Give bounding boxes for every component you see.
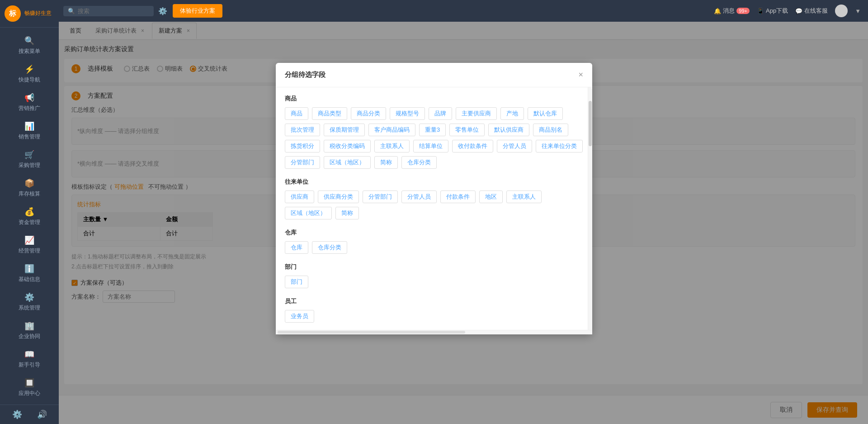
sidebar-label-sales: 销售管理 <box>19 133 40 141</box>
field-tag[interactable]: 主联系人 <box>506 191 542 203</box>
field-tag[interactable]: 区域（地区） <box>285 207 332 219</box>
sidebar-item-shortcut[interactable]: ⚡快捷导航 <box>0 60 59 88</box>
field-tag[interactable]: 主要供应商 <box>456 107 497 120</box>
section-partner: 往来单位 供应商供应商分类分管部门分管人员付款条件地区主联系人区域（地区）简称 <box>285 178 583 219</box>
section-goods: 商品 商品商品类型商品分类规格型号品牌主要供应商产地默认仓库批次管理保质期管理客… <box>285 95 583 169</box>
field-tag[interactable]: 商品别名 <box>533 124 568 136</box>
field-tag[interactable]: 供应商分类 <box>318 191 359 203</box>
gear-icon[interactable]: ⚙️ <box>158 7 167 15</box>
field-tag[interactable]: 拣货积分 <box>285 140 320 152</box>
modal-hscroll-thumb <box>278 331 465 333</box>
sidebar-icon-guide: 📖 <box>24 349 34 359</box>
sidebar-item-system[interactable]: ⚙️系统管理 <box>0 288 59 316</box>
field-tag[interactable]: 规格型号 <box>390 107 425 120</box>
field-tag[interactable]: 税收分类编码 <box>324 140 371 152</box>
avatar[interactable] <box>835 5 848 17</box>
sidebar-icon-inventory: 📦 <box>24 178 34 188</box>
modal-header: 分组待选字段 × <box>276 63 592 87</box>
field-tag[interactable]: 地区 <box>479 191 503 203</box>
sidebar-item-operation[interactable]: 📈经营管理 <box>0 231 59 259</box>
field-tag[interactable]: 商品分类 <box>351 107 386 120</box>
field-tag[interactable]: 默认供应商 <box>488 124 529 136</box>
sidebar-label-guide: 新手引导 <box>19 361 40 369</box>
field-tag[interactable]: 仓库分类 <box>312 241 347 254</box>
sidebar-icon-marketing: 📢 <box>24 93 34 103</box>
field-grid-partner: 供应商供应商分类分管部门分管人员付款条件地区主联系人区域（地区）简称 <box>285 191 583 219</box>
sidebar-nav: 🔍搜索菜单⚡快捷导航📢营销推广📊销售管理🛒采购管理📦库存核算💰资金管理📈经营管理… <box>0 28 59 405</box>
sidebar-label-app-center: 应用中心 <box>19 390 40 397</box>
field-tag[interactable]: 产地 <box>500 107 524 120</box>
sidebar-item-guide[interactable]: 📖新手引导 <box>0 345 59 373</box>
field-tag[interactable]: 仓库分类 <box>401 156 437 169</box>
field-tag[interactable]: 商品 <box>285 107 308 120</box>
sidebar-item-enterprise[interactable]: 🏢企业协同 <box>0 316 59 345</box>
section-dept: 部门 部门 <box>285 263 583 288</box>
search-box[interactable]: 🔍 <box>63 6 154 16</box>
sidebar-icon-basic: ℹ️ <box>24 264 34 274</box>
field-tag[interactable]: 重量3 <box>419 124 446 136</box>
sidebar-item-app-center[interactable]: 🔲应用中心 <box>0 373 59 402</box>
sidebar-item-basic[interactable]: ℹ️基础信息 <box>0 259 59 288</box>
section-title-staff: 员工 <box>285 297 583 305</box>
sidebar-icon-enterprise: 🏢 <box>24 321 34 331</box>
logo-text: 畅赚好生意 <box>24 10 52 17</box>
sidebar-icon-app-center: 🔲 <box>24 378 34 388</box>
modal-body: 商品 商品商品类型商品分类规格型号品牌主要供应商产地默认仓库批次管理保质期管理客… <box>276 87 592 330</box>
section-warehouse: 仓库 仓库仓库分类 <box>285 229 583 254</box>
field-tag[interactable]: 仓库 <box>285 241 308 254</box>
modal-horizontal-scrollbar[interactable] <box>276 330 592 334</box>
settings-icon[interactable]: ⚙️ <box>12 410 22 419</box>
modal-vertical-scrollbar[interactable] <box>588 87 592 330</box>
field-tag[interactable]: 商品类型 <box>312 107 347 120</box>
sidebar-item-inventory[interactable]: 📦库存核算 <box>0 174 59 202</box>
field-grid-warehouse: 仓库仓库分类 <box>285 241 583 254</box>
section-staff: 员工 业务员 <box>285 297 583 323</box>
field-tag[interactable]: 付款条件 <box>440 191 476 203</box>
search-input[interactable] <box>78 8 141 14</box>
field-tag[interactable]: 品牌 <box>429 107 452 120</box>
field-tag[interactable]: 结算单位 <box>413 140 448 152</box>
field-tag[interactable]: 区域（地区） <box>324 156 371 169</box>
field-tag[interactable]: 业务员 <box>285 310 314 323</box>
field-tag[interactable]: 分管人员 <box>497 140 532 152</box>
sidebar-label-marketing: 营销推广 <box>19 105 40 112</box>
sidebar-item-finance[interactable]: 💰资金管理 <box>0 202 59 231</box>
sidebar-icon-purchase: 🛒 <box>24 150 34 160</box>
modal-title: 分组待选字段 <box>285 71 326 79</box>
sidebar-label-operation: 经营管理 <box>19 247 40 255</box>
user-dropdown-icon[interactable]: ▼ <box>855 8 861 14</box>
field-tag[interactable]: 批次管理 <box>285 124 320 136</box>
field-tag[interactable]: 分管部门 <box>363 191 398 203</box>
sidebar-item-sales[interactable]: 📊销售管理 <box>0 117 59 145</box>
field-tag[interactable]: 分管部门 <box>285 156 320 169</box>
field-select-modal: 分组待选字段 × 商品 商品商品类型商品分类规格型号品牌主要供应商产地默认仓库批… <box>276 63 592 334</box>
sidebar-icon-system: ⚙️ <box>24 292 34 302</box>
field-tag[interactable]: 保质期管理 <box>324 124 365 136</box>
field-tag[interactable]: 供应商 <box>285 191 314 203</box>
field-tag[interactable]: 零售单位 <box>449 124 485 136</box>
modal-close-button[interactable]: × <box>578 70 583 80</box>
notification-icon: 🔔 <box>714 8 721 14</box>
field-tag[interactable]: 收付款条件 <box>452 140 493 152</box>
notification-item[interactable]: 🔔 消息 99+ <box>714 7 750 15</box>
search-icon: 🔍 <box>68 8 75 14</box>
field-tag[interactable]: 分管人员 <box>401 191 437 203</box>
sidebar-item-purchase[interactable]: 🛒采购管理 <box>0 145 59 174</box>
online-service-item[interactable]: 💬 在线客服 <box>795 7 828 15</box>
field-tag[interactable]: 默认仓库 <box>528 107 563 120</box>
app-download-item[interactable]: 📱 App下载 <box>757 7 788 15</box>
volume-icon[interactable]: 🔊 <box>37 410 47 419</box>
download-icon: 📱 <box>757 8 764 14</box>
field-tag[interactable]: 简称 <box>335 207 359 219</box>
field-tag[interactable]: 客户商品编码 <box>368 124 415 136</box>
sidebar-item-search[interactable]: 🔍搜索菜单 <box>0 31 59 60</box>
field-tag[interactable]: 主联系人 <box>374 140 410 152</box>
notification-badge: 99+ <box>736 8 750 14</box>
notification-label: 消息 <box>723 7 735 15</box>
sidebar-item-marketing[interactable]: 📢营销推广 <box>0 88 59 117</box>
service-icon: 💬 <box>795 8 802 14</box>
field-tag[interactable]: 部门 <box>285 276 308 288</box>
field-tag[interactable]: 往来单位分类 <box>536 140 583 152</box>
trial-button[interactable]: 体验行业方案 <box>173 4 222 18</box>
field-tag[interactable]: 简称 <box>374 156 398 169</box>
